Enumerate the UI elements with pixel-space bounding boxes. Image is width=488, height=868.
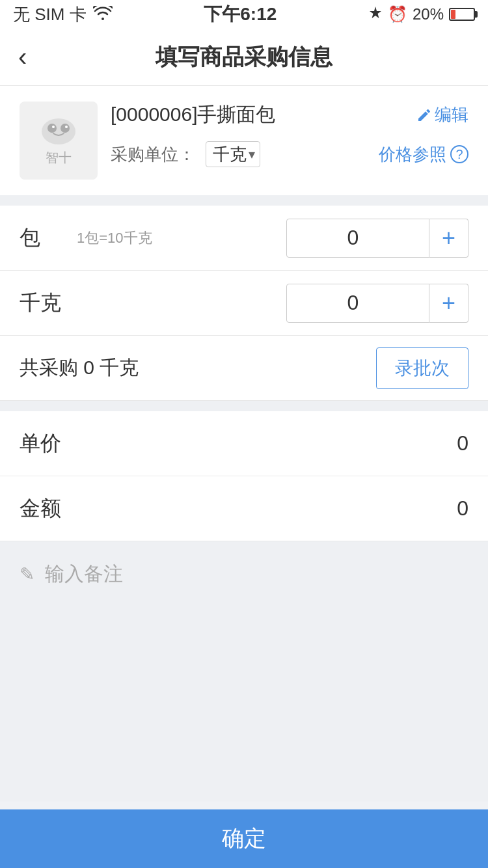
amount-value: 0 bbox=[457, 496, 468, 521]
unit-label: 采购单位： bbox=[111, 143, 195, 166]
unit-price-row: 单价 0 bbox=[0, 411, 488, 476]
confirm-label: 确定 bbox=[222, 824, 266, 854]
alarm-icon: ⏰ bbox=[388, 5, 407, 23]
product-card: 智十 [0000006]手撕面包 编辑 采购单位： 千克 包 价格参照 ? bbox=[0, 86, 488, 195]
kg-label: 千克 bbox=[20, 289, 72, 318]
total-amount: 0 bbox=[83, 357, 94, 378]
wifi-icon bbox=[93, 5, 113, 25]
total-row: 共采购 0 千克 录批次 bbox=[0, 336, 488, 401]
nav-bar: ‹ 填写商品采购信息 bbox=[0, 29, 488, 86]
no-sim-text: 无 SIM 卡 bbox=[13, 3, 87, 26]
price-section: 单价 0 金额 0 bbox=[0, 411, 488, 541]
bag-input-row: 包 1包=10千克 + bbox=[0, 206, 488, 271]
status-time: 下午6:12 bbox=[204, 2, 277, 27]
bag-qty-input[interactable] bbox=[286, 219, 429, 258]
remark-section[interactable]: ✎ 输入备注 bbox=[0, 541, 488, 606]
unit-price-label: 单价 bbox=[20, 429, 61, 458]
remark-input[interactable]: 输入备注 bbox=[45, 561, 123, 588]
bag-plus-button[interactable]: + bbox=[429, 219, 468, 258]
confirm-button[interactable]: 确定 bbox=[0, 809, 488, 868]
battery-icon bbox=[449, 8, 475, 21]
record-batch-button[interactable]: 录批次 bbox=[376, 347, 468, 389]
total-text: 共采购 0 千克 bbox=[20, 355, 139, 381]
svg-point-2 bbox=[61, 124, 70, 133]
status-left: 无 SIM 卡 bbox=[13, 3, 113, 26]
bag-label: 包 bbox=[20, 224, 72, 252]
bottom-area bbox=[0, 606, 488, 802]
svg-point-4 bbox=[65, 126, 68, 128]
kg-qty-input[interactable] bbox=[286, 284, 429, 323]
back-button[interactable]: ‹ bbox=[18, 42, 27, 72]
amount-row: 金额 0 bbox=[0, 476, 488, 541]
product-thumb-label: 智十 bbox=[46, 149, 72, 167]
kg-input-row: 千克 + bbox=[0, 271, 488, 336]
price-ref-button[interactable]: 价格参照 ? bbox=[379, 143, 468, 166]
unit-select-wrap[interactable]: 千克 包 bbox=[206, 141, 260, 167]
page-title: 填写商品采购信息 bbox=[156, 42, 332, 72]
battery-percent: 20% bbox=[413, 5, 444, 23]
pencil-icon: ✎ bbox=[20, 563, 34, 585]
bag-qty-control: + bbox=[286, 219, 468, 258]
unit-select[interactable]: 千克 包 bbox=[206, 141, 260, 167]
product-info: [0000006]手撕面包 编辑 采购单位： 千克 包 价格参照 ? bbox=[111, 102, 468, 167]
price-ref-icon: ? bbox=[450, 145, 468, 163]
section-divider-1 bbox=[0, 195, 488, 206]
edit-button[interactable]: 编辑 bbox=[416, 103, 468, 126]
bag-sublabel: 1包=10千克 bbox=[77, 228, 286, 248]
svg-point-3 bbox=[52, 126, 55, 128]
kg-plus-button[interactable]: + bbox=[429, 284, 468, 323]
status-bar: 无 SIM 卡 下午6:12 ⏰ 20% bbox=[0, 0, 488, 29]
product-name: [0000006]手撕面包 bbox=[111, 102, 275, 128]
status-right: ⏰ 20% bbox=[368, 5, 475, 23]
amount-label: 金额 bbox=[20, 495, 61, 523]
kg-qty-control: + bbox=[286, 284, 468, 323]
unit-price-value: 0 bbox=[457, 431, 468, 455]
product-thumbnail: 智十 bbox=[20, 102, 98, 180]
section-divider-2 bbox=[0, 401, 488, 411]
svg-point-1 bbox=[47, 124, 57, 133]
svg-point-0 bbox=[42, 118, 75, 144]
input-section: 包 1包=10千克 + 千克 + bbox=[0, 206, 488, 336]
location-icon bbox=[368, 5, 383, 23]
